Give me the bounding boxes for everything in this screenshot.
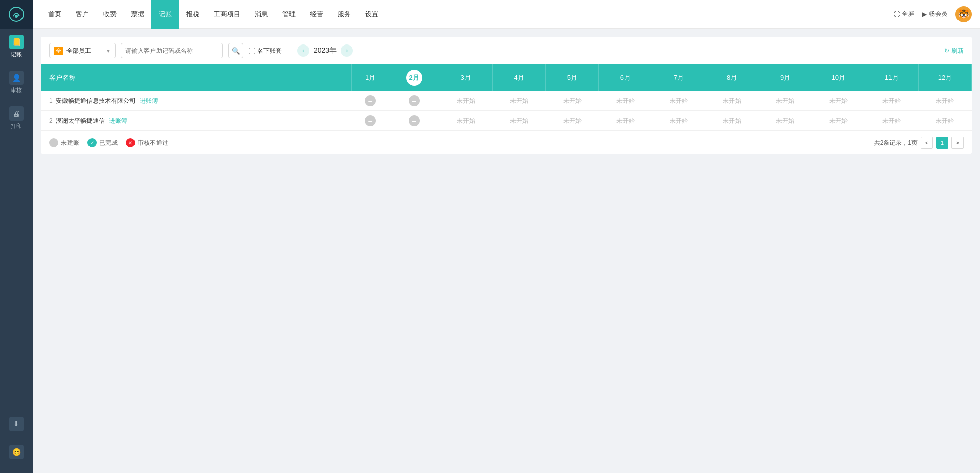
download-icon: ⬇ xyxy=(9,417,24,431)
status-not-started: 未开始 xyxy=(510,97,528,104)
year-display: 2023年 xyxy=(314,46,337,55)
employee-select[interactable]: 全 全部员工 ▼ xyxy=(49,43,116,58)
row-num: 2 xyxy=(49,117,53,124)
table-header-row: 客户名称 1月 2月 3月 4月 5月 6月 7月 8月 9月 xyxy=(41,64,972,91)
audit-icon: 👤 xyxy=(9,71,24,85)
search-button[interactable]: 🔍 xyxy=(228,43,243,58)
dropdown-arrow-icon: ▼ xyxy=(106,48,111,54)
page-1-button[interactable]: 1 xyxy=(936,137,948,149)
nav-home[interactable]: 首页 xyxy=(41,0,69,29)
sidebar: 📒 记账 👤 审核 🖨 打印 ⬇ 😊 xyxy=(0,0,33,473)
table-footer: – 未建账 ✓ 已完成 ✕ 审核不通过 共2条记录，1 xyxy=(41,131,972,154)
data-table: 客户名称 1月 2月 3月 4月 5月 6月 7月 8月 9月 xyxy=(41,64,972,131)
svg-point-1 xyxy=(15,15,18,18)
col-header-m2: 2月 xyxy=(389,64,439,91)
nav-manage[interactable]: 管理 xyxy=(275,0,303,29)
status-dash-icon: – xyxy=(365,95,376,106)
year-navigator: ‹ 2023年 › xyxy=(297,44,353,57)
topnav-right: ⛶ 全屏 ▶ 畅会员 🐯 xyxy=(894,6,972,22)
col-header-m12: 12月 xyxy=(918,64,971,91)
col-header-m5: 5月 xyxy=(546,64,599,91)
employee-label: 全部员工 xyxy=(66,47,106,55)
row-0-month-10: 未开始 xyxy=(812,91,865,111)
search-input[interactable] xyxy=(121,43,223,58)
row-0-month-2: – xyxy=(389,91,439,111)
prev-page-button[interactable]: < xyxy=(921,137,933,149)
main-area: 首页 客户 收费 票据 记账 报税 工商项目 消息 管理 经营 服务 设置 ⛶ … xyxy=(33,0,980,473)
status-not-started: 未开始 xyxy=(457,117,475,124)
active-month-circle: 2月 xyxy=(406,70,422,86)
nav-settings[interactable]: 设置 xyxy=(358,0,386,29)
status-not-started: 未开始 xyxy=(936,97,954,104)
row-1-month-10: 未开始 xyxy=(812,111,865,131)
sidebar-item-print[interactable]: 🖨 打印 xyxy=(0,100,33,136)
status-not-started: 未开始 xyxy=(723,97,741,104)
nav-service[interactable]: 服务 xyxy=(330,0,358,29)
enter-ledger-link[interactable]: 进账簿 xyxy=(109,117,127,124)
sidebar-bottom: ⬇ 😊 xyxy=(0,411,33,473)
refresh-button[interactable]: ↻ 刷新 xyxy=(944,47,964,55)
row-0-month-6: 未开始 xyxy=(599,91,652,111)
total-records-text: 共2条记录，1页 xyxy=(874,139,918,147)
logo[interactable] xyxy=(0,0,33,29)
nav-client[interactable]: 客户 xyxy=(69,0,96,29)
nav-tax[interactable]: 报税 xyxy=(179,0,207,29)
svg-point-0 xyxy=(9,7,24,21)
col-header-m3: 3月 xyxy=(439,64,493,91)
status-not-started: 未开始 xyxy=(670,97,688,104)
row-1-name-cell: 2漠澜太平畅捷通信进账簿 xyxy=(41,111,351,131)
sidebar-item-download[interactable]: ⬇ xyxy=(0,411,33,439)
row-1-month-12: 未开始 xyxy=(918,111,971,131)
rejected-icon: ✕ xyxy=(128,140,132,146)
status-not-started: 未开始 xyxy=(723,117,741,124)
vip-icon: ▶ xyxy=(922,11,927,18)
col-header-m9: 9月 xyxy=(759,64,812,91)
sidebar-item-support[interactable]: 😊 xyxy=(0,439,33,467)
table-row: 1安徽畅捷通信息技术有限公司进账簿––未开始未开始未开始未开始未开始未开始未开始… xyxy=(41,91,972,111)
completed-icon: ✓ xyxy=(90,140,94,146)
row-0-month-12: 未开始 xyxy=(918,91,971,111)
row-1-month-11: 未开始 xyxy=(865,111,918,131)
row-1-month-9: 未开始 xyxy=(759,111,812,131)
nav-operation[interactable]: 经营 xyxy=(303,0,330,29)
table-container: 客户名称 1月 2月 3月 4月 5月 6月 7月 8月 9月 xyxy=(41,64,972,131)
accounts-filter[interactable]: 名下账套 xyxy=(249,47,282,55)
col-header-m11: 11月 xyxy=(865,64,918,91)
row-0-month-8: 未开始 xyxy=(705,91,759,111)
fullscreen-button[interactable]: ⛶ 全屏 xyxy=(894,10,914,18)
prev-year-button[interactable]: ‹ xyxy=(297,44,309,57)
accounts-checkbox[interactable] xyxy=(249,48,255,54)
pagination: 共2条记录，1页 < 1 > xyxy=(874,137,964,149)
row-1-month-2: – xyxy=(389,111,439,131)
row-0-name-cell: 1安徽畅捷通信息技术有限公司进账簿 xyxy=(41,91,351,111)
status-dash-icon: – xyxy=(409,95,420,106)
refresh-icon: ↻ xyxy=(944,47,949,54)
row-0-month-4: 未开始 xyxy=(493,91,546,111)
nav-bookkeeping[interactable]: 记账 xyxy=(151,0,179,29)
next-year-button[interactable]: › xyxy=(341,44,353,57)
content-area: 全 全部员工 ▼ 🔍 名下账套 ‹ 2023年 › ↻ xyxy=(33,29,980,473)
nav-business[interactable]: 工商项目 xyxy=(207,0,248,29)
col-header-m7: 7月 xyxy=(652,64,705,91)
next-page-button[interactable]: > xyxy=(951,137,964,149)
status-dash-icon: – xyxy=(365,115,376,126)
row-0-month-5: 未开始 xyxy=(546,91,599,111)
row-1-month-8: 未开始 xyxy=(705,111,759,131)
legend-not-built-dot: – xyxy=(49,138,58,147)
search-icon: 🔍 xyxy=(232,47,240,55)
user-avatar[interactable]: 🐯 xyxy=(955,6,972,22)
row-0-month-11: 未开始 xyxy=(865,91,918,111)
sidebar-item-audit[interactable]: 👤 审核 xyxy=(0,64,33,100)
main-panel: 全 全部员工 ▼ 🔍 名下账套 ‹ 2023年 › ↻ xyxy=(41,37,972,154)
nav-billing[interactable]: 收费 xyxy=(96,0,124,29)
legend-not-built: – 未建账 xyxy=(49,138,79,147)
enter-ledger-link[interactable]: 进账簿 xyxy=(140,97,158,104)
vip-button[interactable]: ▶ 畅会员 xyxy=(922,10,947,18)
status-not-started: 未开始 xyxy=(776,97,794,104)
row-1-month-7: 未开始 xyxy=(652,111,705,131)
sidebar-item-bookkeeping[interactable]: 📒 记账 xyxy=(0,29,33,64)
nav-invoice[interactable]: 票据 xyxy=(124,0,151,29)
row-0-month-1: – xyxy=(351,91,389,111)
nav-message[interactable]: 消息 xyxy=(248,0,275,29)
col-header-m1: 1月 xyxy=(351,64,389,91)
